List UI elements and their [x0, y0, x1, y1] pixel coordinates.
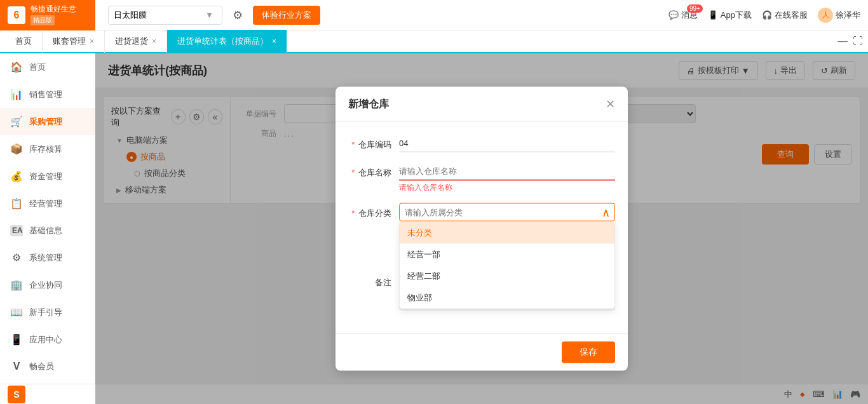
name-error-msg: 请输入仓库名称 — [399, 182, 615, 193]
warehouse-name-input[interactable] — [399, 163, 615, 181]
tab-return-close[interactable]: × — [152, 37, 156, 46]
code-label: * 仓库编码 — [348, 135, 399, 151]
logo-text: 畅捷通好生意 — [31, 4, 76, 15]
basic-icon: EA — [10, 225, 23, 236]
s-logo: S — [8, 386, 25, 403]
guide-icon: 📖 — [10, 306, 23, 318]
category-label: * 仓库分类 — [348, 203, 399, 219]
modal-title: 新增仓库 — [348, 97, 389, 111]
sidebar-item-system[interactable]: ⚙ 系统管理 — [0, 244, 95, 271]
logo-icon: 6 — [8, 6, 25, 24]
dropdown-item-dept2[interactable]: 经营二部 — [400, 266, 614, 287]
tab-account-close[interactable]: × — [90, 37, 94, 46]
category-select-wrap: ∧ 未分类 经营一部 经营二部 物业部 — [399, 203, 615, 222]
corp-icon: 🏢 — [10, 279, 23, 291]
warehouse-code-input[interactable] — [399, 135, 615, 152]
sidebar-item-vip[interactable]: V 畅会员 — [0, 353, 95, 380]
tab-account-label: 账套管理 — [53, 36, 86, 47]
modal-close-button[interactable]: ✕ — [606, 97, 615, 111]
tab-expand-button[interactable]: ⛶ — [853, 36, 863, 47]
purchase-icon: 🛒 — [10, 116, 23, 128]
category-dropdown-list: 未分类 经营一部 经营二部 物业部 — [399, 222, 615, 309]
sidebar-purchase-label: 采购管理 — [29, 116, 62, 128]
dropdown-item-unclassified[interactable]: 未分类 — [400, 222, 614, 244]
main-layout: 🏠 首页 📊 销售管理 🛒 采购管理 📦 库存核算 💰 资金管理 📋 经营管理 … — [0, 53, 868, 404]
sidebar-inventory-label: 库存核算 — [29, 144, 62, 155]
inventory-icon: 📦 — [10, 143, 23, 155]
top-header: 6 畅捷通好生意 精品版 ▼ ⚙ 体验行业方案 💬 消息 99+ 📱 App下载… — [0, 0, 868, 30]
sidebar-appstore-label: 应用中心 — [29, 334, 62, 346]
sidebar-system-label: 系统管理 — [29, 252, 62, 264]
form-group-name: * 仓库名称 请输入仓库名称 — [348, 163, 615, 193]
tab-home[interactable]: 首页 — [5, 30, 43, 53]
content-area: 进货单统计(按商品) 🖨 按模板打印 ▼ ↓ 导出 ↺ 刷新 — [95, 53, 868, 404]
tab-account[interactable]: 账套管理 × — [43, 30, 105, 53]
category-dropdown-arrow[interactable]: ∧ — [602, 205, 610, 219]
search-input[interactable] — [114, 10, 203, 20]
tab-purchase-stats[interactable]: 进货单统计表（按商品） × — [167, 30, 287, 53]
ops-icon: 📋 — [10, 198, 23, 210]
tab-return[interactable]: 进货退货 × — [105, 30, 167, 53]
name-label: * 仓库名称 — [348, 163, 399, 178]
tab-purchase-stats-close[interactable]: × — [272, 37, 276, 46]
tab-home-label: 首页 — [15, 36, 32, 47]
sidebar-item-corp[interactable]: 🏢 企业协同 — [0, 271, 95, 299]
sidebar-item-finance[interactable]: 💰 资金管理 — [0, 163, 95, 190]
bottom-logo: S — [8, 386, 25, 403]
sidebar-home-label: 首页 — [29, 62, 46, 73]
sidebar-basic-label: 基础信息 — [29, 225, 62, 236]
sidebar-sales-label: 销售管理 — [29, 89, 62, 100]
dropdown-item-dept3[interactable]: 物业部 — [400, 287, 614, 309]
sidebar-corp-label: 企业协同 — [29, 279, 62, 291]
sidebar-item-guide[interactable]: 📖 新手引导 — [0, 299, 95, 326]
sidebar-item-sales[interactable]: 📊 销售管理 — [0, 81, 95, 108]
tab-minimize-button[interactable]: — — [837, 36, 848, 47]
system-icon: ⚙ — [10, 252, 23, 264]
message-icon: 💬 — [668, 10, 679, 20]
sidebar-item-home[interactable]: 🏠 首页 — [0, 53, 95, 81]
notification-badge: 99+ — [687, 4, 703, 13]
sidebar-ops-label: 经营管理 — [29, 198, 62, 210]
required-star-code: * — [351, 140, 355, 149]
category-input[interactable] — [399, 203, 615, 222]
appstore-icon: 📱 — [10, 333, 23, 346]
sidebar-item-appstore[interactable]: 📱 应用中心 — [0, 326, 95, 353]
phone-icon: 📱 — [708, 10, 718, 20]
dropdown-item-dept1[interactable]: 经营一部 — [400, 244, 614, 266]
required-star-name: * — [351, 168, 355, 177]
tab-purchase-stats-label: 进货单统计表（按商品） — [177, 36, 268, 47]
modal-body: * 仓库编码 * 仓库名称 请输入仓库名称 — [336, 122, 628, 333]
form-group-code: * 仓库编码 — [348, 135, 615, 152]
header-right: 💬 消息 99+ 📱 App下载 🎧 在线客服 人 徐泽华 — [668, 8, 860, 23]
sidebar-item-basic[interactable]: EA 基础信息 — [0, 217, 95, 244]
sidebar-finance-label: 资金管理 — [29, 171, 62, 182]
trial-button[interactable]: 体验行业方案 — [253, 6, 320, 25]
home-icon: 🏠 — [10, 61, 23, 73]
remark-label: 备注 — [348, 273, 399, 288]
tab-actions: — ⛶ — [837, 36, 863, 47]
form-group-category: * 仓库分类 ∧ 未分类 经营一部 经营二部 物业部 — [348, 203, 615, 222]
finance-icon: 💰 — [10, 170, 23, 182]
user-avatar: 人 — [818, 8, 833, 23]
user-menu-button[interactable]: 人 徐泽华 — [818, 8, 860, 23]
online-service-button[interactable]: 🎧 在线客服 — [762, 10, 808, 21]
app-download-button[interactable]: 📱 App下载 — [708, 10, 752, 21]
user-name: 徐泽华 — [836, 10, 860, 21]
modal-header: 新增仓库 ✕ — [336, 87, 628, 122]
search-dropdown-arrow[interactable]: ▼ — [205, 10, 214, 20]
sidebar-guide-label: 新手引导 — [29, 307, 62, 318]
sidebar-item-ops[interactable]: 📋 经营管理 — [0, 190, 95, 217]
sidebar-item-inventory[interactable]: 📦 库存核算 — [0, 135, 95, 163]
notification-button[interactable]: 💬 消息 99+ — [668, 10, 698, 21]
headset-icon: 🎧 — [762, 10, 772, 20]
logo-area: 6 畅捷通好生意 精品版 — [0, 0, 95, 30]
tab-return-label: 进货退货 — [115, 36, 148, 47]
sales-icon: 📊 — [10, 88, 23, 100]
gear-icon[interactable]: ⚙ — [227, 8, 248, 22]
header-search[interactable]: ▼ — [108, 6, 222, 25]
save-button[interactable]: 保存 — [562, 342, 615, 363]
modal-footer: 保存 — [336, 333, 628, 371]
tab-bar: 首页 账套管理 × 进货退货 × 进货单统计表（按商品） × — ⛶ — [0, 30, 868, 53]
sidebar-item-purchase[interactable]: 🛒 采购管理 — [0, 108, 95, 135]
logo-tag: 精品版 — [31, 15, 55, 25]
